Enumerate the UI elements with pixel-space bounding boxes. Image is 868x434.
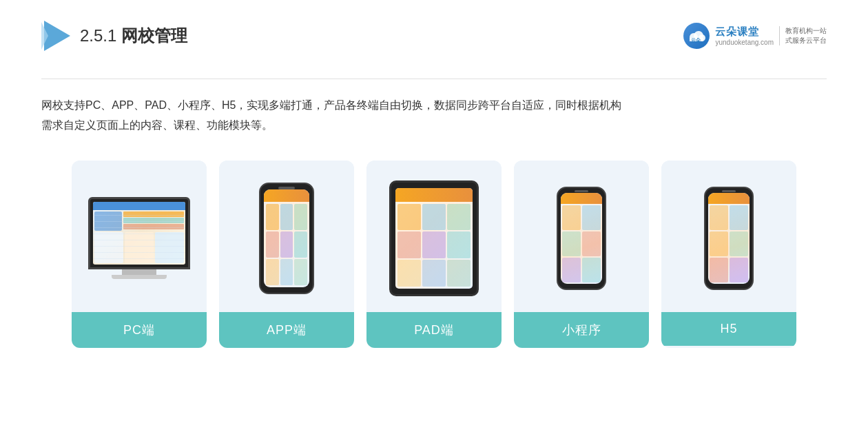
page-title: 2.5.1 网校管理 [80, 25, 187, 47]
description-line1: 网校支持PC、APP、PAD、小程序、H5，实现多端打通，产品各终端自由切换，数… [41, 96, 827, 116]
header: 2.5.1 网校管理 云朵 云朵课堂 yunduoketang.com 教育机构… [41, 21, 827, 65]
mini-phone-content-h5 [708, 204, 750, 284]
mini-phone-screen-h5 [708, 193, 750, 284]
card-pad-label: PAD端 [366, 312, 502, 348]
card-app-label: APP端 [219, 312, 354, 348]
card-pad: PAD端 [366, 161, 502, 348]
header-left: 2.5.1 网校管理 [41, 21, 187, 51]
card-h5: H5 [661, 161, 796, 348]
card-h5-image [661, 161, 796, 312]
monitor-base [112, 275, 167, 279]
card-pad-image [366, 161, 502, 312]
phone-outer-app [259, 183, 314, 294]
card-h5-label: H5 [661, 312, 796, 346]
mini-phone-content-mini [561, 204, 602, 284]
phone-mockup-h5 [704, 187, 754, 290]
card-app: APP端 [219, 161, 354, 348]
tablet-mockup [389, 180, 479, 296]
card-miniprogram: 小程序 [514, 161, 649, 348]
svg-text:云朵: 云朵 [691, 38, 701, 43]
card-miniprogram-image [514, 161, 649, 312]
phone-mockup-app [259, 183, 314, 294]
header-right: 云朵 云朵课堂 yunduoketang.com 教育机构一站 式服务云平台 [683, 23, 827, 49]
tablet-grid [395, 202, 473, 289]
card-pc-image [72, 161, 207, 312]
monitor-screen-outer [88, 197, 190, 269]
brand-logo-icon: 云朵 [683, 23, 710, 49]
monitor-screen-inner [93, 202, 185, 265]
phone-mockup-mini [557, 187, 606, 290]
card-miniprogram-label: 小程序 [514, 312, 649, 348]
brand-slogan: 教育机构一站 式服务云平台 [779, 26, 827, 45]
phone-screen-content-app [264, 202, 309, 287]
tablet-screen [395, 188, 473, 289]
page-container: 2.5.1 网校管理 云朵 云朵课堂 yunduoketang.com 教育机构… [0, 0, 868, 434]
card-pc-label: PC端 [72, 312, 207, 348]
description-block: 网校支持PC、APP、PAD、小程序、H5，实现多端打通，产品各终端自由切换，数… [41, 96, 827, 136]
mini-phone-screen-mini [561, 193, 602, 284]
monitor-stand [122, 269, 156, 275]
mini-phone-outer-mini [557, 187, 606, 290]
cards-container: PC端 [41, 161, 827, 348]
header-divider [41, 79, 827, 79]
logo-triangle [41, 21, 70, 51]
phone-screen-app [264, 189, 309, 287]
description-line2: 需求自定义页面上的内容、课程、功能模块等。 [41, 116, 827, 136]
tablet-outer [389, 180, 479, 296]
card-pc: PC端 [72, 161, 207, 348]
monitor-mockup [88, 197, 190, 279]
brand-name-block: 云朵课堂 yunduoketang.com [715, 25, 774, 46]
card-app-image [219, 161, 354, 312]
mini-phone-outer-h5 [704, 187, 754, 290]
